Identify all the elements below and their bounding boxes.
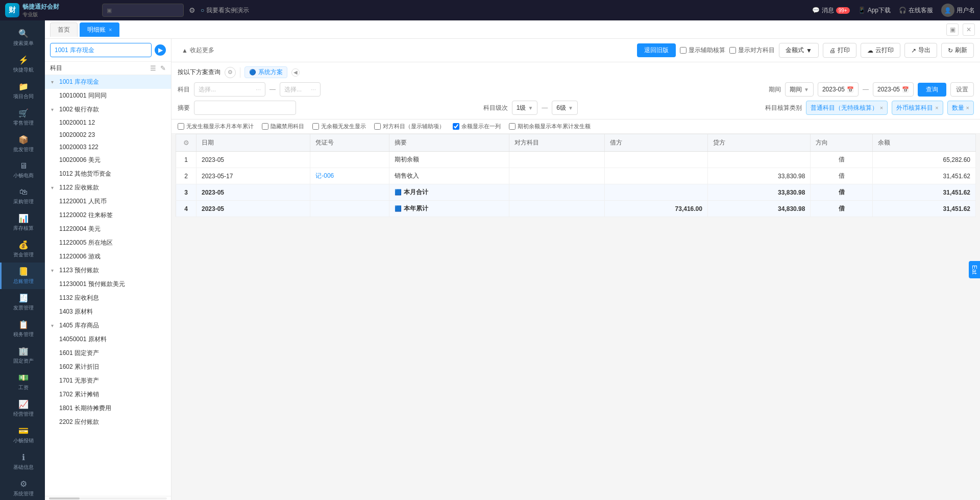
voucher-link-2[interactable]: 记-006 — [315, 172, 334, 179]
tree-item-1002[interactable]: ▾ 1002 银行存款 — [45, 103, 171, 116]
tree-item-11230001[interactable]: 11230001 预付账款美元 — [45, 277, 171, 291]
query-settings-icon[interactable]: ⚙ — [225, 67, 236, 78]
setting-btn[interactable]: 设置 — [950, 82, 974, 97]
period-start-picker[interactable]: 2023-05 📅 — [818, 82, 859, 97]
sidebar-item-tax[interactable]: 📋 税务管理 — [0, 316, 45, 342]
tree-item-1702[interactable]: 1702 累计摊销 — [45, 388, 171, 401]
scheme-tag[interactable]: 🔵 系统方案 — [244, 66, 287, 78]
sidebar-item-system[interactable]: ⚙ 系统管理 — [0, 475, 45, 500]
sidebar-item-shortcut[interactable]: ⚡ 快捷导航 — [0, 51, 45, 78]
subject-end-input[interactable]: 选择... ··· — [280, 82, 321, 97]
collapse-scheme-btn[interactable]: ◀ — [291, 68, 300, 77]
tree-item-10020003[interactable]: 10020003 122 — [45, 141, 171, 153]
period-type-select[interactable]: 期间 ▼ — [785, 82, 814, 97]
show-balance-col-input[interactable] — [453, 123, 459, 130]
tree-edit-icon[interactable]: ✎ — [160, 64, 166, 72]
side-expand-tab[interactable]: Eat — [969, 260, 980, 278]
tree-item-11220002[interactable]: 11220002 往来标签 — [45, 208, 171, 222]
tree-list-icon[interactable]: ☰ — [150, 64, 156, 72]
tab-close-btn[interactable]: ✕ — [963, 23, 975, 36]
tree-item-14050001[interactable]: 14050001 原材料 — [45, 332, 171, 346]
account-tree[interactable]: ▾ 1001 库存现金 10010001 同同同 ▾ 1002 银行存款 100… — [45, 75, 171, 496]
type-normal-tag[interactable]: 普通科目（无特殊核算） × — [806, 101, 888, 115]
account-nav-btn[interactable]: ▶ — [155, 44, 166, 56]
sidebar-item-capital[interactable]: 💰 资金管理 — [0, 236, 45, 263]
settings-icon[interactable]: ⚙ — [189, 6, 195, 14]
sidebar-item-project[interactable]: 📁 项目合同 — [0, 78, 45, 104]
online-service-btn[interactable]: 🎧 在线客服 — [899, 6, 933, 15]
user-menu[interactable]: 👤 用户名 — [941, 4, 975, 17]
tree-item-11220006[interactable]: 11220006 游戏 — [45, 250, 171, 264]
show-balance-col-checkbox[interactable]: 余额显示在一列 — [453, 123, 501, 130]
tree-item-1123[interactable]: ▾ 1123 预付账款 — [45, 264, 171, 277]
tree-item-1122[interactable]: ▾ 1122 应收账款 — [45, 181, 171, 195]
sidebar-item-operations[interactable]: 📈 经营管理 — [0, 395, 45, 422]
tree-item-11220004[interactable]: 11220004 美元 — [45, 222, 171, 236]
show-year-total-checkbox[interactable]: 期初余额显示本年累计发生额 — [509, 123, 591, 130]
tree-item-10010001[interactable]: 10010001 同同同 — [45, 89, 171, 103]
tree-item-11220001[interactable]: 11220001 人民币 — [45, 195, 171, 208]
app-download-btn[interactable]: 📱 App下载 — [858, 6, 891, 15]
tab-home[interactable]: 首页 — [50, 22, 78, 37]
horizontal-scrollbar[interactable] — [49, 497, 167, 499]
col-header-settings[interactable]: ⚙ — [176, 134, 197, 152]
print-btn[interactable]: 🖨 打印 — [823, 43, 856, 58]
tree-item-10020002[interactable]: 10020002 23 — [45, 129, 171, 141]
subject-input[interactable]: 选择... ··· — [194, 82, 265, 97]
opposite-subject-checkbox[interactable]: 对方科目（显示辅助项） — [374, 123, 445, 130]
type-foreign-close[interactable]: × — [935, 105, 938, 111]
refresh-btn[interactable]: ↻ 刷新 — [941, 43, 974, 58]
sidebar-item-invoice[interactable]: 🧾 发票管理 — [0, 289, 45, 316]
message-btn[interactable]: 💬 消息 99+ — [812, 6, 850, 15]
level-to-select[interactable]: 6级 ▼ — [552, 101, 578, 115]
sidebar-item-ecommerce[interactable]: 🖥 小畅电商 — [0, 157, 45, 183]
tree-item-1403[interactable]: 1403 原材料 — [45, 305, 171, 319]
demo-link[interactable]: ○ 我要看实例演示 — [201, 6, 249, 15]
export-btn[interactable]: ↗ 导出 — [904, 43, 937, 58]
return-old-btn[interactable]: 退回旧版 — [637, 43, 676, 57]
sidebar-item-sales[interactable]: 💳 小畅报销 — [0, 422, 45, 448]
amount-format-btn[interactable]: 金额式 ▼ — [779, 43, 819, 58]
tab-restore-btn[interactable]: ▣ — [946, 23, 959, 36]
cloud-print-btn[interactable]: ☁ 云打印 — [861, 43, 900, 58]
tree-item-11220005[interactable]: 11220005 所在地区 — [45, 236, 171, 250]
show-opposite-input[interactable] — [729, 47, 736, 54]
topbar-search-box[interactable]: ▣ — [102, 4, 184, 17]
sidebar-item-retail[interactable]: 🛒 零售管理 — [0, 104, 45, 131]
sidebar-item-base[interactable]: ℹ 基础信息 — [0, 448, 45, 475]
tree-item-1601[interactable]: 1601 固定资产 — [45, 346, 171, 360]
type-normal-close[interactable]: × — [880, 105, 883, 111]
no-balance-checkbox[interactable]: 无发生额显示本月本年累计 — [178, 123, 254, 130]
show-year-total-input[interactable] — [509, 123, 516, 130]
tree-item-10020006[interactable]: 10020006 美元 — [45, 153, 171, 167]
hide-disabled-input[interactable] — [262, 123, 268, 130]
level-from-select[interactable]: 1级 ▼ — [512, 101, 538, 115]
tree-item-1801[interactable]: 1801 长期待摊费用 — [45, 401, 171, 415]
tree-item-1012[interactable]: 1012 其他货币资金 — [45, 167, 171, 181]
show-aux-input[interactable] — [680, 47, 687, 54]
sidebar-item-assets[interactable]: 🏢 固定资产 — [0, 342, 45, 369]
tree-item-2202[interactable]: 2202 应付账款 — [45, 415, 171, 429]
sidebar-item-ledger[interactable]: 📒 总账管理 — [0, 263, 45, 289]
account-search-bar[interactable]: 1001 库存现金 — [50, 43, 152, 57]
tree-item-10020001[interactable]: 10020001 12 — [45, 116, 171, 129]
tree-item-1405[interactable]: ▾ 1405 库存商品 — [45, 319, 171, 332]
search-btn[interactable]: 查询 — [918, 83, 946, 97]
no-balance2-input[interactable] — [312, 123, 319, 130]
tree-item-1701[interactable]: 1701 无形资产 — [45, 374, 171, 388]
collapse-filter-btn[interactable]: ▲ 收起更多 — [178, 44, 218, 57]
col-settings-icon[interactable]: ⚙ — [183, 139, 189, 147]
type-quantity-tag[interactable]: 数量 × — [947, 101, 974, 115]
type-foreign-tag[interactable]: 外币核算科目 × — [892, 101, 943, 115]
tab-close-icon[interactable]: × — [109, 27, 112, 33]
summary-input[interactable] — [194, 101, 296, 115]
sidebar-item-inventory[interactable]: 📊 库存核算 — [0, 209, 45, 236]
tab-detail[interactable]: 明细账 × — [80, 22, 119, 37]
show-opposite-checkbox[interactable]: 显示对方科目 — [729, 46, 775, 55]
type-quantity-close[interactable]: × — [966, 105, 969, 111]
hide-disabled-checkbox[interactable]: 隐藏禁用科目 — [262, 123, 304, 130]
show-aux-checkbox[interactable]: 显示辅助核算 — [680, 46, 725, 55]
sidebar-item-wholesale[interactable]: 📦 批发管理 — [0, 131, 45, 157]
sidebar-item-purchase[interactable]: 🛍 采购管理 — [0, 183, 45, 209]
tree-item-1602[interactable]: 1602 累计折旧 — [45, 360, 171, 374]
